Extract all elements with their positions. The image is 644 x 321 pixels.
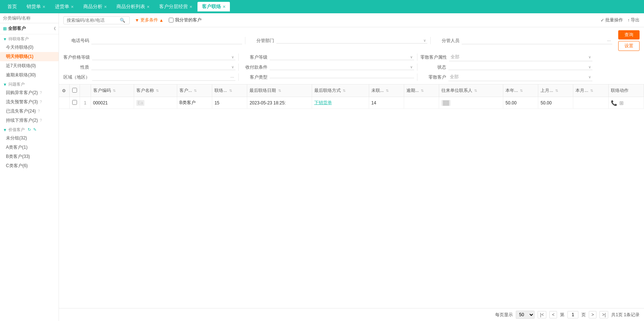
col-name-sort-icon[interactable]: ⇅ <box>156 89 159 93</box>
reset-btn[interactable]: 设置 <box>618 41 640 51</box>
sidebar-item-week[interactable]: 近7天待联络(0) <box>0 61 59 70</box>
my-customer-checkbox-label[interactable]: 我分管的客户 <box>169 17 202 23</box>
sidebar-item-lost-help-icon[interactable]: ? <box>40 100 42 104</box>
page-size-select[interactable]: 50 20 100 <box>516 311 535 319</box>
filter-manager-select[interactable]: ··· <box>462 37 612 44</box>
row-grid-action-icon[interactable]: ⊞ <box>619 100 624 106</box>
sidebar-item-declining-help-icon[interactable]: ? <box>40 118 42 122</box>
page-input[interactable] <box>567 311 578 318</box>
sidebar-item-declining[interactable]: 持续下滑客户(2) ? <box>0 116 59 125</box>
col-contact-sort-icon[interactable]: ⇅ <box>229 89 232 93</box>
sidebar-item-ungrouped[interactable]: 未分组(32) <box>0 134 59 143</box>
col-this-year-sort-icon[interactable]: ⇅ <box>520 89 523 93</box>
sidebar: 🔍 ⊞ 全部客户 《 ▼ 待联络客户 今天待联络(0) 明天待联络(1) 近7天… <box>0 13 59 321</box>
filter-retail-attr-value: 全部 <box>451 54 588 60</box>
sidebar-item-a-class[interactable]: A类客户(1) <box>0 143 59 152</box>
filter-divider-5 <box>238 63 239 71</box>
search-input[interactable] <box>67 18 118 23</box>
row-checkbox[interactable] <box>72 100 77 105</box>
col-check <box>69 84 80 97</box>
sidebar-search-area: 🔍 <box>0 13 59 23</box>
batch-btn[interactable]: ✓ 批量操作 <box>601 17 623 23</box>
filter-region-dots-icon[interactable]: ··· <box>230 75 234 80</box>
row-type-cell: B类客户 <box>177 97 212 109</box>
filter-status-select[interactable]: ∨ <box>448 64 592 70</box>
col-last-month-sort-icon[interactable]: ⇅ <box>555 89 558 93</box>
col-last-contact-date-sort-icon[interactable]: ⇅ <box>278 89 281 93</box>
my-customer-checkbox[interactable] <box>169 18 174 23</box>
sidebar-item-churned-help-icon[interactable]: ? <box>38 109 40 113</box>
filter-payment-select[interactable]: ∨ <box>270 64 414 70</box>
filter-divider-1 <box>245 37 245 44</box>
col-overdue-sort-icon[interactable]: ⇅ <box>421 89 424 93</box>
filter-status-arrow-icon: ∨ <box>588 65 591 69</box>
col-last-contact-date-label: 最后联络日期 <box>249 88 276 93</box>
col-last-contact-method-sort-icon[interactable]: ⇅ <box>343 89 346 93</box>
sidebar-group-value-refresh-icon[interactable]: ↻ <box>28 127 31 132</box>
nav-purchase[interactable]: 进货单 ✕ <box>50 2 78 11</box>
filter-price-level-select[interactable]: ∨ <box>92 54 235 60</box>
search-icon[interactable]: 🔍 <box>120 18 125 23</box>
prev-page-btn[interactable]: < <box>549 311 557 318</box>
filter-retail-customer-field: 零散客户 全部 ∨ <box>420 73 592 81</box>
nav-customer-seg[interactable]: 客户分层经营 ✕ <box>155 2 197 11</box>
row-this-year: 50.00 <box>505 100 517 106</box>
last-page-btn[interactable]: >| <box>599 311 608 318</box>
filter-manager-dots-icon[interactable]: ··· <box>607 38 611 43</box>
col-last-contact-method-label: 最后联络方式 <box>314 88 341 93</box>
nav-customer-contact-close-icon[interactable]: ✕ <box>223 5 225 9</box>
sidebar-all-customers[interactable]: ⊞ 全部客户 《 <box>0 23 59 34</box>
gear-icon[interactable]: ⚙ <box>62 88 66 93</box>
nav-sales-close-icon[interactable]: ✕ <box>42 5 45 9</box>
filter-price-level-arrow-icon: ∨ <box>231 55 234 59</box>
nav-purchase-close-icon[interactable]: ✕ <box>71 5 74 9</box>
row-gear-cell <box>59 97 69 109</box>
col-action: 联络动作 <box>608 84 644 97</box>
col-code-sort-icon[interactable]: ⇅ <box>113 89 116 93</box>
nav-sales[interactable]: 销货单 ✕ <box>22 2 50 11</box>
col-uncontacted-sort-icon[interactable]: ⇅ <box>386 89 389 93</box>
filter-customer-type-field: 客户类型 <box>242 74 414 80</box>
next-page-btn[interactable]: > <box>589 311 596 318</box>
sidebar-search-input[interactable] <box>3 15 58 21</box>
filter-retail-attr-select[interactable]: 全部 ∨ <box>449 53 592 61</box>
sidebar-item-today[interactable]: 今天待联络(0) <box>0 43 59 52</box>
first-page-btn[interactable]: |< <box>538 311 546 318</box>
row-last-contact-method[interactable]: 下销货单 <box>314 100 332 105</box>
filter-more-btn[interactable]: ▼ 更多条件 ▲ <box>133 15 166 25</box>
col-type-sort-icon[interactable]: ⇅ <box>194 89 197 93</box>
nav-home[interactable]: 首页 <box>3 2 21 11</box>
filter-customer-level-select[interactable]: ∨ <box>270 54 414 60</box>
col-this-month-sort-icon[interactable]: ⇅ <box>590 89 593 93</box>
export-btn[interactable]: ↑ 导出 <box>627 17 640 23</box>
sidebar-collapse-icon[interactable]: 《 <box>52 26 56 31</box>
sidebar-item-abnormal[interactable]: 回购异常客户(2) ? <box>0 88 59 97</box>
filter-customer-type-select[interactable] <box>270 76 414 78</box>
nav-analysis[interactable]: 商品分析 ✕ <box>79 2 111 11</box>
filter-dept-select[interactable]: ∨ <box>276 38 427 44</box>
query-btn[interactable]: 查询 <box>618 30 640 39</box>
sidebar-item-abnormal-help-icon[interactable]: ? <box>40 91 42 95</box>
sidebar-item-declining-label: 持续下滑客户(2) <box>6 118 38 123</box>
filter-gender-select[interactable]: ∨ <box>91 64 235 70</box>
nav-sales-label: 销货单 <box>27 3 41 10</box>
sidebar-item-churned[interactable]: 已流失客户(24) ? <box>0 107 59 116</box>
sidebar-item-c-class[interactable]: C类客户(6) <box>0 161 59 170</box>
col-unit-contact-sort-icon[interactable]: ⇅ <box>474 89 477 93</box>
sidebar-item-overdue[interactable]: 逾期未联络(30) <box>0 70 59 80</box>
sidebar-group-value-edit-icon[interactable]: ✎ <box>33 127 36 132</box>
nav-analysis-close-icon[interactable]: ✕ <box>104 5 107 9</box>
sidebar-item-lost[interactable]: 流失预警客户(3) ? <box>0 97 59 107</box>
nav-customer-contact[interactable]: 客户联络 ✕ <box>197 2 230 11</box>
sidebar-item-tomorrow[interactable]: 明天待联络(1) <box>0 52 59 61</box>
select-all-checkbox[interactable] <box>72 88 77 93</box>
filter-retail-customer-select[interactable]: 全部 ∨ <box>448 73 592 81</box>
nav-analysis-table[interactable]: 商品分析列表 ✕ <box>112 2 154 11</box>
row-phone-action-icon[interactable]: 📞 <box>611 100 617 106</box>
nav-analysis-table-close-icon[interactable]: ✕ <box>147 5 150 9</box>
sidebar-item-b-class[interactable]: B类客户(33) <box>0 152 59 161</box>
nav-customer-seg-close-icon[interactable]: ✕ <box>189 5 192 9</box>
filter-phone-input[interactable] <box>91 37 242 44</box>
filter-region-select[interactable]: ··· <box>92 74 235 81</box>
row-num-cell: 1 <box>80 97 91 109</box>
